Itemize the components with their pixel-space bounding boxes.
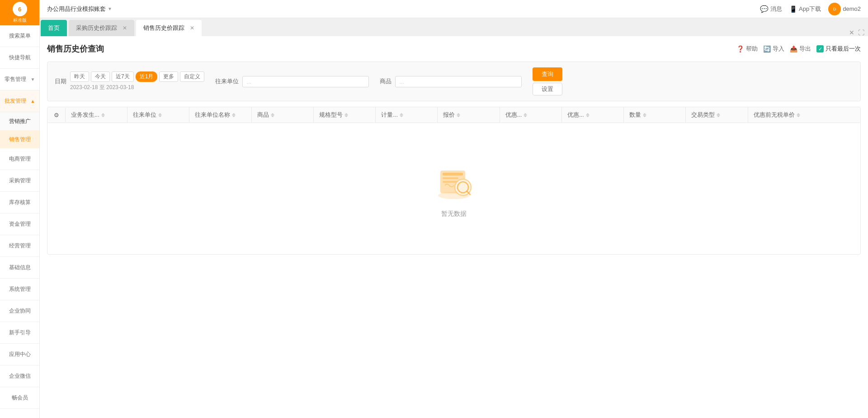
topbar-right: 💬 消息 📱 App下载 D demo2 bbox=[760, 3, 861, 15]
th-quantity[interactable]: 数量 bbox=[624, 107, 686, 123]
th-date[interactable]: 业务发生... bbox=[66, 107, 127, 123]
date-filter-label: 日期 bbox=[55, 77, 66, 86]
empty-text: 暂无数据 bbox=[441, 210, 467, 218]
th-pre-discount-label: 优惠前无税单价 bbox=[754, 111, 795, 119]
sort-price-icon bbox=[457, 113, 460, 117]
tab-home[interactable]: 首页 bbox=[41, 20, 67, 36]
purchase-label: 采购管理 bbox=[9, 177, 31, 185]
tabbar: 首页 采购历史价跟踪 ✕ 销售历史价跟踪 ✕ ✕ ⛶ bbox=[40, 18, 868, 36]
sidebar-item-marketing[interactable]: 营销推广 bbox=[0, 112, 40, 130]
account-dropdown[interactable]: 办公用品行业模拟账套 ▼ bbox=[47, 5, 112, 13]
th-partner-name[interactable]: 往来单位名称 bbox=[189, 107, 251, 123]
sidebar-item-operations[interactable]: 经营管理 bbox=[0, 235, 40, 257]
date-btn-1month[interactable]: 近1月 bbox=[136, 71, 158, 82]
help-btn[interactable]: ❓ 帮助 bbox=[736, 45, 758, 53]
empty-illustration bbox=[431, 159, 476, 204]
account-name: 办公用品行业模拟账套 bbox=[47, 5, 106, 13]
th-discount1[interactable]: 优惠... bbox=[500, 107, 562, 123]
app-download-btn[interactable]: 📱 App下载 bbox=[789, 5, 821, 13]
sidebar-item-ecommerce[interactable]: 电商管理 bbox=[0, 148, 40, 170]
message-btn[interactable]: 💬 消息 bbox=[760, 5, 782, 13]
username-label: demo2 bbox=[843, 5, 861, 12]
date-btn-7days[interactable]: 近7天 bbox=[112, 71, 134, 82]
sidebar-item-basic-info[interactable]: 基础信息 bbox=[0, 257, 40, 279]
fullscreen-icon[interactable]: ⛶ bbox=[858, 29, 864, 36]
product-input-value: ... bbox=[399, 78, 404, 85]
app-download-icon: 📱 bbox=[789, 5, 797, 13]
date-buttons: 昨天 今天 近7天 近1月 更多 自定义 bbox=[70, 71, 204, 82]
sort-unit-icon bbox=[400, 113, 403, 117]
th-price-label: 报价 bbox=[443, 111, 455, 119]
th-price[interactable]: 报价 bbox=[438, 107, 500, 123]
sidebar-item-collaboration[interactable]: 企业协同 bbox=[0, 300, 40, 322]
sidebar-item-guide[interactable]: 新手引导 bbox=[0, 322, 40, 344]
th-settings[interactable]: ⚙ bbox=[47, 108, 66, 122]
sidebar-item-quick-nav[interactable]: 快捷导航 bbox=[0, 47, 40, 69]
content-area: 销售历史价查询 ❓ 帮助 🔄 导入 📤 导出 ✓ bbox=[40, 36, 868, 418]
date-btn-today[interactable]: 今天 bbox=[91, 71, 110, 82]
sort-trade-type-icon bbox=[717, 113, 720, 117]
sort-date-icon bbox=[101, 113, 105, 117]
sidebar-item-search-menu[interactable]: 搜索菜单 bbox=[0, 25, 40, 47]
wholesale-arrow-icon: ▲ bbox=[31, 99, 35, 104]
tab-purchase-history[interactable]: 采购历史价跟踪 ✕ bbox=[69, 20, 134, 36]
th-quantity-label: 数量 bbox=[629, 111, 641, 119]
import-btn[interactable]: 🔄 导入 bbox=[763, 45, 784, 53]
sidebar-item-inventory[interactable]: 库存核算 bbox=[0, 192, 40, 214]
sales-tab-label: 销售历史价跟踪 bbox=[143, 24, 184, 32]
sidebar-item-sales[interactable]: 销售管理 bbox=[0, 130, 40, 148]
close-purchase-tab-icon[interactable]: ✕ bbox=[123, 25, 127, 31]
th-discount2[interactable]: 优惠... bbox=[562, 107, 624, 123]
sort-discount1-icon bbox=[524, 113, 527, 117]
settings-button[interactable]: 设置 bbox=[533, 83, 562, 95]
th-pre-discount[interactable]: 优惠前无税单价 bbox=[748, 107, 860, 123]
user-menu-btn[interactable]: D demo2 bbox=[828, 3, 861, 15]
close-all-tabs-icon[interactable]: ✕ bbox=[849, 29, 854, 36]
sort-partner-name-icon bbox=[232, 113, 236, 117]
customer-filter-group: 往来单位 ... bbox=[215, 76, 369, 87]
app-download-label: App下载 bbox=[799, 5, 821, 13]
th-unit[interactable]: 计量... bbox=[376, 107, 438, 123]
sidebar-item-app-center[interactable]: 应用中心 bbox=[0, 344, 40, 366]
th-spec[interactable]: 规格型号 bbox=[314, 107, 376, 123]
sidebar-item-wholesale[interactable]: 批发管理 ▲ bbox=[0, 90, 40, 112]
date-btn-custom[interactable]: 自定义 bbox=[180, 71, 204, 82]
sidebar-item-retail[interactable]: 零售管理 ▼ bbox=[0, 69, 40, 90]
sidebar-item-purchase[interactable]: 采购管理 bbox=[0, 170, 40, 192]
settings-col-icon: ⚙ bbox=[54, 112, 59, 119]
th-discount2-label: 优惠... bbox=[567, 111, 584, 119]
sidebar-item-membership[interactable]: 畅会员 bbox=[0, 387, 40, 409]
guide-label: 新手引导 bbox=[9, 329, 31, 337]
sidebar: 6 标准版 搜索菜单 快捷导航 零售管理 ▼ 批发管理 ▲ 营销推广 销售管理 … bbox=[0, 0, 40, 418]
filter-row: 日期 昨天 今天 近7天 近1月 更多 自定义 2023-02-18 至 202… bbox=[55, 67, 853, 95]
date-btn-more[interactable]: 更多 bbox=[159, 71, 178, 82]
topbar-left: 办公用品行业模拟账套 ▼ bbox=[47, 5, 112, 13]
only-last-checkbox-container[interactable]: ✓ 只看最后一次 bbox=[816, 45, 861, 53]
sidebar-item-system[interactable]: 系统管理 bbox=[0, 279, 40, 300]
retail-label: 零售管理 bbox=[5, 76, 26, 83]
th-product[interactable]: 商品 bbox=[252, 107, 314, 123]
logo[interactable]: 6 标准版 bbox=[0, 0, 40, 25]
sidebar-item-wechat-work[interactable]: 企业微信 bbox=[0, 366, 40, 387]
quick-nav-label: 快捷导航 bbox=[9, 54, 31, 62]
th-product-label: 商品 bbox=[257, 111, 269, 119]
sidebar-item-finance[interactable]: 资金管理 bbox=[0, 214, 40, 235]
th-spec-label: 规格型号 bbox=[319, 111, 343, 119]
product-input[interactable]: ... bbox=[395, 76, 522, 87]
export-btn[interactable]: 📤 导出 bbox=[790, 45, 811, 53]
th-trade-type[interactable]: 交易类型 bbox=[686, 107, 748, 123]
tab-sales-history[interactable]: 销售历史价跟踪 ✕ bbox=[136, 20, 202, 36]
th-partner-name-label: 往来单位名称 bbox=[195, 111, 230, 119]
query-button[interactable]: 查询 bbox=[533, 67, 562, 81]
table-header: ⚙ 业务发生... 往来单位 往来单位名 bbox=[47, 107, 860, 123]
home-tab-label: 首页 bbox=[48, 24, 60, 32]
customer-input[interactable]: ... bbox=[242, 76, 369, 87]
logo-icon: 6 bbox=[13, 2, 27, 16]
th-partner-id[interactable]: 往来单位 bbox=[127, 107, 189, 123]
export-icon: 📤 bbox=[790, 45, 797, 52]
close-sales-tab-icon[interactable]: ✕ bbox=[190, 25, 194, 31]
page-header: 销售历史价查询 ❓ 帮助 🔄 导入 📤 导出 ✓ bbox=[47, 43, 861, 54]
wechat-work-label: 企业微信 bbox=[9, 372, 31, 380]
date-btn-yesterday[interactable]: 昨天 bbox=[70, 71, 89, 82]
th-discount1-label: 优惠... bbox=[505, 111, 522, 119]
